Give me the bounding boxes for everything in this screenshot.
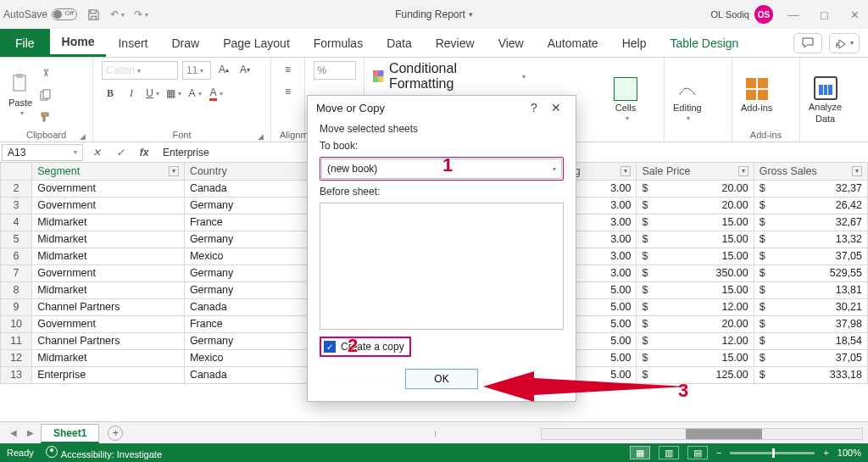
share-button[interactable]: ▾: [829, 33, 860, 53]
font-size-select[interactable]: 11▾: [182, 61, 211, 80]
accessibility-icon: [46, 446, 58, 458]
increase-font-icon[interactable]: A▴: [215, 61, 232, 78]
filter-icon[interactable]: ▾: [738, 166, 748, 176]
comments-button[interactable]: [793, 33, 822, 53]
col-gross-sales[interactable]: Gross Sales: [760, 165, 817, 177]
copy-icon[interactable]: [37, 86, 54, 103]
filter-icon[interactable]: ▾: [169, 166, 179, 176]
col-country[interactable]: Country: [190, 165, 227, 177]
zoom-level[interactable]: 100%: [837, 448, 861, 458]
svg-marker-4: [483, 371, 687, 402]
dialog-subtitle: Move selected sheets: [320, 123, 564, 135]
decrease-font-icon[interactable]: A▾: [236, 61, 253, 78]
autosave-toggle[interactable]: AutoSave Off: [3, 8, 77, 20]
tab-view[interactable]: View: [487, 29, 536, 57]
underline-icon[interactable]: U▾: [144, 85, 161, 102]
fx-icon[interactable]: fx: [132, 147, 156, 159]
accessibility-status[interactable]: Accessibility: Investigate: [46, 446, 162, 459]
to-book-highlight: (new book)▾: [320, 157, 564, 181]
new-sheet-button[interactable]: +: [108, 426, 123, 441]
status-ready: Ready: [7, 448, 34, 458]
dialog-launcher-icon[interactable]: ◢: [258, 132, 264, 141]
cancel-formula-icon[interactable]: ✕: [85, 147, 108, 159]
close-icon[interactable]: ✕: [545, 101, 567, 114]
addins-icon: [746, 78, 768, 100]
tab-help[interactable]: Help: [610, 29, 659, 57]
create-copy-checkbox[interactable]: ✓: [324, 341, 336, 353]
normal-view-icon[interactable]: ▦: [630, 446, 650, 459]
sheet-nav-next-icon[interactable]: ▶: [24, 428, 37, 437]
tab-file[interactable]: File: [0, 29, 50, 57]
annotation-1: 1: [442, 154, 453, 176]
account[interactable]: OL Sodiq OS: [711, 5, 773, 24]
bold-icon[interactable]: B: [102, 85, 119, 102]
create-copy-highlight: ✓ Create a copy: [320, 337, 411, 357]
annotation-2: 2: [348, 335, 358, 357]
paste-button[interactable]: Paste ▾: [8, 72, 32, 117]
fill-color-icon[interactable]: A▾: [186, 85, 203, 102]
align-left-icon[interactable]: ≡: [280, 83, 297, 100]
tab-automate[interactable]: Automate: [536, 29, 610, 57]
addins-button[interactable]: Add-ins: [741, 77, 772, 113]
cells-button[interactable]: Cells▾: [614, 77, 637, 122]
italic-icon[interactable]: I: [123, 85, 140, 102]
tab-data[interactable]: Data: [375, 29, 424, 57]
sheet-tab-sheet1[interactable]: Sheet1: [41, 424, 99, 443]
save-icon[interactable]: [86, 7, 101, 22]
name-box[interactable]: A13▾: [2, 144, 83, 161]
to-book-label: To book:: [320, 140, 564, 152]
before-sheet-label: Before sheet:: [320, 186, 564, 198]
horizontal-scrollbar[interactable]: [541, 428, 863, 440]
addins-group-label: Add-ins: [750, 130, 782, 140]
ok-button[interactable]: OK: [405, 369, 478, 389]
analyze-data-button[interactable]: Analyze Data: [809, 76, 842, 124]
page-break-view-icon[interactable]: ▤: [687, 446, 708, 459]
align-top-icon[interactable]: ≡: [280, 61, 297, 78]
editing-button[interactable]: Editing▾: [673, 77, 702, 122]
font-name-select[interactable]: Calibri▾: [102, 61, 178, 80]
format-painter-icon[interactable]: [37, 109, 54, 125]
zoom-slider[interactable]: [730, 452, 815, 454]
tab-home[interactable]: Home: [50, 29, 107, 57]
col-sale-price[interactable]: Sale Price: [642, 165, 690, 177]
arrow-icon: [483, 371, 687, 402]
dialog-launcher-icon[interactable]: ◢: [80, 132, 86, 141]
col-segment[interactable]: Segment: [37, 165, 80, 177]
tab-page-layout[interactable]: Page Layout: [211, 29, 302, 57]
before-sheet-listbox[interactable]: [320, 203, 564, 330]
sheet-tab-bar: ◀ ▶ Sheet1 + ⁞: [0, 421, 868, 443]
close-icon[interactable]: ✕: [844, 8, 865, 21]
status-bar: Ready Accessibility: Investigate ▦ ▥ ▤ −…: [0, 443, 868, 462]
minimize-icon[interactable]: ―: [783, 8, 804, 21]
redo-icon[interactable]: ↷▾: [133, 7, 148, 22]
enter-formula-icon[interactable]: ✓: [108, 147, 132, 159]
tab-table-design[interactable]: Table Design: [658, 29, 750, 57]
filter-icon[interactable]: ▾: [620, 166, 631, 176]
tab-review[interactable]: Review: [424, 29, 487, 57]
sheet-nav-prev-icon[interactable]: ◀: [7, 428, 20, 437]
font-group-label: Font: [172, 130, 191, 140]
conditional-formatting-button[interactable]: Conditional Formatting▾: [373, 61, 526, 92]
help-icon[interactable]: ?: [523, 101, 545, 114]
tab-split-icon[interactable]: ⁞: [434, 429, 438, 438]
title-bar: AutoSave Off ↶▾ ↷▾ Funding Report▾ OL So…: [0, 0, 868, 29]
zoom-in-icon[interactable]: +: [823, 448, 828, 458]
to-book-select[interactable]: (new book)▾: [321, 159, 562, 179]
number-format-select[interactable]: %: [314, 61, 356, 80]
filter-icon[interactable]: ▾: [852, 166, 862, 176]
autosave-switch[interactable]: Off: [52, 8, 77, 20]
tab-draw[interactable]: Draw: [159, 29, 211, 57]
zoom-out-icon[interactable]: −: [716, 448, 721, 458]
font-color-icon[interactable]: A▾: [208, 85, 225, 102]
avatar: OS: [754, 5, 773, 24]
tab-formulas[interactable]: Formulas: [302, 29, 375, 57]
tab-insert[interactable]: Insert: [106, 29, 159, 57]
ribbon-tabs: File Home Insert Draw Page Layout Formul…: [0, 29, 868, 58]
alignment-group-label: Alignm: [280, 130, 309, 140]
cut-icon[interactable]: ✂: [37, 64, 54, 81]
undo-icon[interactable]: ↶▾: [109, 7, 125, 22]
document-title[interactable]: Funding Report▾: [395, 8, 473, 20]
border-icon[interactable]: ▦▾: [165, 85, 182, 102]
page-layout-view-icon[interactable]: ▥: [659, 446, 679, 459]
maximize-icon[interactable]: ◻: [814, 8, 834, 21]
